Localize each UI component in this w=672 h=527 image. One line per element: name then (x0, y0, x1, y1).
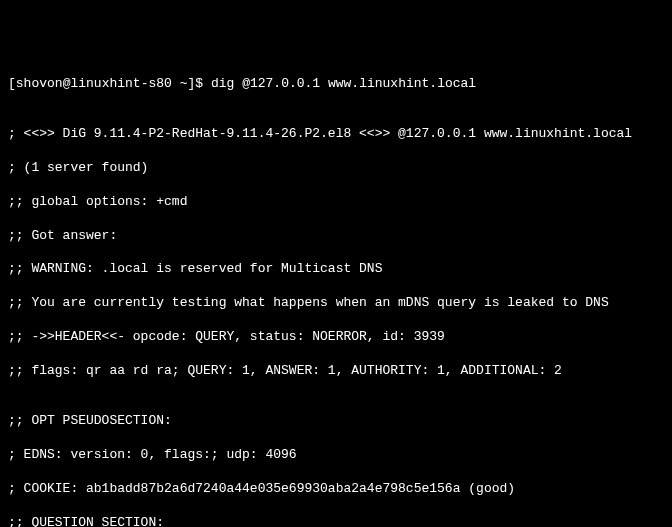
prompt-user: shovon (16, 76, 63, 91)
server-found: ; (1 server found) (8, 160, 672, 177)
terminal-window[interactable]: [shovon@linuxhint-s80 ~]$ dig @127.0.0.1… (8, 76, 672, 527)
got-answer: ;; Got answer: (8, 228, 672, 245)
header-line: ;; ->>HEADER<<- opcode: QUERY, status: N… (8, 329, 672, 346)
warning-line: ;; WARNING: .local is reserved for Multi… (8, 261, 672, 278)
prompt-line-1: [shovon@linuxhint-s80 ~]$ dig @127.0.0.1… (8, 76, 672, 93)
prompt-host: linuxhint-s80 (70, 76, 171, 91)
prompt-path: ~ (180, 76, 188, 91)
opt-section-header: ;; OPT PSEUDOSECTION: (8, 413, 672, 430)
question-section-header: ;; QUESTION SECTION: (8, 515, 672, 527)
flags-line: ;; flags: qr aa rd ra; QUERY: 1, ANSWER:… (8, 363, 672, 380)
dig-banner: ; <<>> DiG 9.11.4-P2-RedHat-9.11.4-26.P2… (8, 126, 672, 143)
global-options: ;; global options: +cmd (8, 194, 672, 211)
prompt-symbol: $ (195, 76, 203, 91)
testing-line: ;; You are currently testing what happen… (8, 295, 672, 312)
command-text: dig @127.0.0.1 www.linuxhint.local (211, 76, 476, 91)
edns-line: ; EDNS: version: 0, flags:; udp: 4096 (8, 447, 672, 464)
cookie-line: ; COOKIE: ab1badd87b2a6d7240a44e035e6993… (8, 481, 672, 498)
